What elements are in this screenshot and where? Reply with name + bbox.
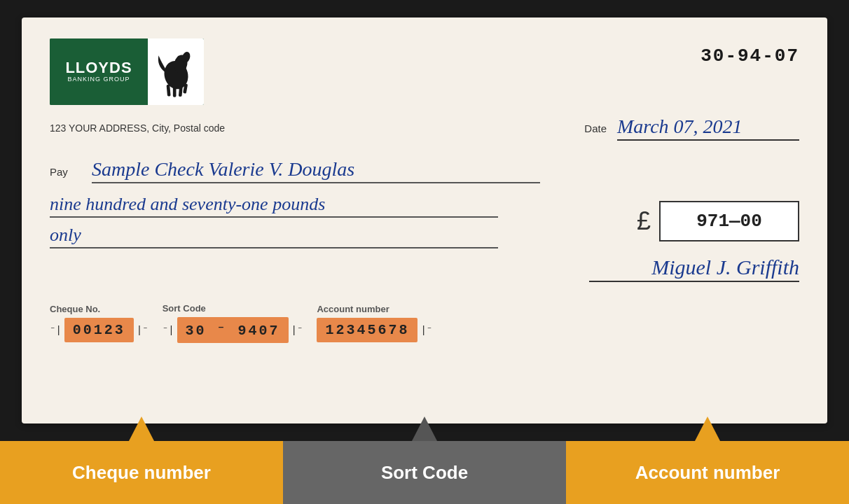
amount-box: 971—00 — [659, 201, 799, 241]
pay-section: Pay Sample Check Valerie V. Douglas — [50, 158, 799, 183]
sort-code-label: Sort Code — [163, 303, 303, 314]
logo-green-section: LLOYDS BANKING GROUP — [50, 38, 148, 105]
micr-bar-right3: |⁻ — [420, 324, 432, 336]
pay-label: Pay — [50, 166, 78, 178]
sort-code-row: ⁻| 30 ⁻ 9407 |⁻ — [163, 317, 303, 343]
account-number-bottom-label: Account number — [635, 462, 780, 484]
logo-banking: BANKING GROUP — [67, 76, 130, 84]
account-number: 12345678 — [317, 318, 417, 342]
pay-line: Pay Sample Check Valerie V. Douglas — [50, 158, 799, 183]
cheque-arrow — [129, 416, 154, 441]
micr-bar-left2: ⁻| — [163, 324, 174, 336]
sort-arrow — [412, 416, 437, 441]
date-label: Date — [584, 122, 607, 134]
address: 123 YOUR ADDRESS, City, Postal code — [50, 122, 225, 134]
date-value: March 07, 2021 — [617, 115, 799, 141]
horse-icon — [153, 46, 199, 98]
cheque-number-group: Cheque No. ⁻| 00123 |⁻ — [50, 304, 149, 342]
sort-code-value: 30 ⁻ 9407 — [177, 317, 289, 343]
pound-symbol: £ — [637, 206, 651, 236]
account-number-row: 12345678 |⁻ — [317, 318, 432, 342]
cheque-wrapper: LLOYDS BANKING GROUP — [0, 0, 849, 441]
date-row: Date March 07, 2021 — [584, 115, 799, 141]
micr-section: Cheque No. ⁻| 00123 |⁻ Sort Code ⁻| 30 ⁻… — [50, 296, 799, 343]
words-section: nine hundred and seventy-one pounds only — [50, 194, 637, 248]
sort-code-group: Sort Code ⁻| 30 ⁻ 9407 |⁻ — [163, 303, 303, 343]
sort-code-display: 30-94-07 — [700, 46, 799, 66]
amount-words-line2: only — [50, 225, 498, 248]
logo-white-section — [148, 38, 204, 105]
sort-code-top-area: 30-94-07 — [700, 38, 799, 66]
payee-name: Sample Check Valerie V. Douglas — [92, 158, 540, 183]
cheque-top: LLOYDS BANKING GROUP — [50, 38, 799, 105]
micr-bar-right1: |⁻ — [137, 324, 149, 336]
svg-rect-4 — [172, 87, 176, 97]
account-number-group: Account number 12345678 |⁻ — [317, 304, 432, 342]
cheque-number: 00123 — [64, 318, 134, 342]
logo-lloyds: LLOYDS — [65, 60, 132, 76]
bottom-bar: Cheque number Sort Code Account number — [0, 441, 849, 504]
micr-bar-right2: |⁻ — [291, 324, 303, 336]
cheque-number-bottom-label: Cheque number — [72, 462, 211, 484]
signature: Miguel J. Griffith — [589, 255, 799, 282]
cheque-no-label: Cheque No. — [50, 304, 149, 314]
sort-code-bottom-label: Sort Code — [381, 462, 468, 484]
micr-bar-left1: ⁻| — [50, 324, 62, 336]
account-label-section: Account number — [566, 441, 849, 504]
amount-words-line1: nine hundred and seventy-one pounds — [50, 194, 498, 218]
sort-label-section: Sort Code — [283, 441, 566, 504]
cheque: LLOYDS BANKING GROUP — [22, 18, 827, 424]
account-arrow — [695, 416, 720, 441]
account-number-label: Account number — [317, 304, 432, 314]
address-row: 123 YOUR ADDRESS, City, Postal code Date… — [50, 115, 799, 141]
cheque-number-row: ⁻| 00123 |⁻ — [50, 318, 149, 342]
amount-box-area: £ 971—00 — [637, 201, 799, 241]
logo-area: LLOYDS BANKING GROUP — [50, 38, 204, 105]
amount-section: nine hundred and seventy-one pounds only… — [50, 194, 799, 248]
cheque-label-section: Cheque number — [0, 441, 283, 504]
signature-area: Miguel J. Griffith — [50, 255, 799, 282]
logo-box: LLOYDS BANKING GROUP — [50, 38, 204, 105]
